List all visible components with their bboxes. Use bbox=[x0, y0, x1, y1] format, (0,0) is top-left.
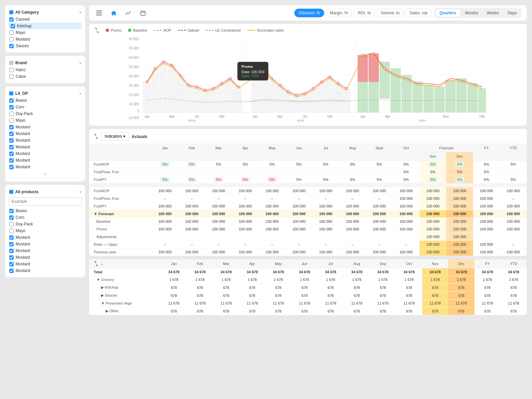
svg-text:20 000: 20 000 bbox=[129, 93, 139, 97]
cell: 678 bbox=[396, 307, 422, 315]
other-row-label: ▶ Other bbox=[89, 307, 161, 315]
cell: 100 000 bbox=[473, 202, 500, 210]
mustard2-l4gp-checkbox[interactable] bbox=[9, 132, 14, 136]
mustard5-prod-checkbox[interactable] bbox=[9, 262, 14, 266]
mustard2-prod-checkbox[interactable] bbox=[9, 242, 14, 246]
category-header[interactable]: All Category ▾ bbox=[9, 9, 82, 16]
sort-icon[interactable]: ▲ bbox=[100, 262, 104, 266]
allproducts-items-list: Beans Corn Doy-Pack Mayo Mustard Mustard… bbox=[9, 207, 82, 274]
brand-dot bbox=[9, 61, 13, 65]
tab-days[interactable]: Days bbox=[504, 9, 521, 17]
calendar-icon[interactable] bbox=[138, 8, 148, 18]
chart-legend: Promo Baseline AOP Upload LE Constrained bbox=[94, 28, 521, 33]
tab-quarters[interactable]: Quarters bbox=[435, 9, 461, 17]
mustard1-prod-checkbox[interactable] bbox=[9, 235, 14, 240]
mayo-l4gp-checkbox[interactable] bbox=[9, 118, 14, 123]
list-item: Sauces bbox=[9, 43, 82, 49]
forecast-table-scroll[interactable]: Jan Feb Mar Apr May Jun Jul Aug Sept Oct… bbox=[89, 144, 527, 256]
cell: 5% bbox=[473, 161, 500, 168]
mustard7-l4gp-checkbox[interactable] bbox=[9, 165, 14, 169]
l4gp-chevron[interactable]: ▾ bbox=[79, 92, 81, 95]
legend-expand[interactable] bbox=[94, 28, 99, 33]
cell: – bbox=[393, 241, 420, 248]
mustard4-prod-checkbox[interactable] bbox=[9, 255, 14, 260]
cell: – bbox=[312, 195, 339, 202]
beans-prod-checkbox[interactable] bbox=[9, 209, 14, 213]
svg-text:Okt: Okt bbox=[219, 115, 224, 118]
category-chevron[interactable]: ▾ bbox=[79, 11, 81, 14]
hainz-checkbox[interactable] bbox=[9, 68, 14, 72]
metric-tab-margin[interactable]: Margin, % bbox=[326, 9, 352, 17]
list-item: Mustard bbox=[9, 124, 82, 130]
svg-point-65 bbox=[154, 67, 156, 69]
legend-secondary: Secondary sales bbox=[247, 28, 284, 32]
legend-promo: Promo bbox=[106, 28, 121, 32]
cell: 678 bbox=[422, 292, 449, 300]
mustard6-l4gp-checkbox[interactable] bbox=[9, 158, 14, 163]
tab-weeks[interactable]: Weeks bbox=[483, 9, 503, 17]
forecast-table-section: Indicators ▾ Actuals Jan Feb Mar Apr May bbox=[89, 129, 527, 256]
svg-rect-28 bbox=[160, 62, 167, 112]
mustard3-prod-checkbox[interactable] bbox=[9, 249, 14, 253]
list-item: Mayo bbox=[9, 227, 82, 234]
cell: 678 bbox=[213, 307, 239, 315]
doypack-l4gp-checkbox[interactable] bbox=[9, 112, 14, 116]
home-icon[interactable] bbox=[109, 8, 118, 18]
ketchup-checkbox[interactable] bbox=[11, 24, 15, 28]
col-nov: Nov bbox=[420, 152, 447, 161]
cell: 678 bbox=[292, 307, 318, 315]
menu-icon[interactable] bbox=[94, 8, 104, 18]
expand-icon[interactable] bbox=[94, 134, 98, 139]
legend-aop-label: AOP bbox=[164, 28, 171, 32]
products-search-input[interactable] bbox=[9, 198, 82, 205]
beans-l4gp-checkbox[interactable] bbox=[9, 98, 14, 103]
metric-tab-sales[interactable]: Sales, rub bbox=[405, 9, 432, 17]
cell: 5% bbox=[267, 177, 277, 182]
cell: 678 bbox=[265, 284, 292, 292]
allproducts-chevron[interactable]: ▾ bbox=[79, 190, 81, 194]
metric-tab-discount[interactable]: Discount, % bbox=[294, 9, 324, 17]
table-row: ▶ Other 678678678678678678678678678678 6… bbox=[89, 307, 527, 315]
cell bbox=[259, 168, 286, 176]
mustard-checkbox[interactable] bbox=[9, 37, 14, 42]
svg-rect-59 bbox=[435, 87, 445, 112]
metric-tab-volume[interactable]: Volume, tn bbox=[376, 9, 404, 17]
adjustments-label: Adjustments bbox=[89, 233, 152, 241]
expand2-icon[interactable] bbox=[94, 261, 98, 266]
mustard3-l4gp-checkbox[interactable] bbox=[9, 138, 14, 143]
mustard1-l4gp-checkbox[interactable] bbox=[9, 125, 14, 129]
indicators-button[interactable]: Indicators ▾ bbox=[101, 132, 129, 140]
mayo-checkbox[interactable] bbox=[9, 31, 14, 35]
brand-header[interactable]: Brand ▾ bbox=[9, 59, 82, 66]
chart-icon[interactable] bbox=[124, 8, 133, 18]
allproducts-header[interactable]: All products ▾ bbox=[9, 188, 82, 196]
calve-checkbox[interactable] bbox=[9, 74, 14, 79]
chart-section: Promo Baseline AOP Upload LE Constrained bbox=[89, 24, 527, 126]
fcstpy-label: Fcst/PY bbox=[89, 176, 152, 184]
corn-l4gp-checkbox[interactable] bbox=[9, 105, 14, 109]
cell: 100 000 bbox=[339, 248, 366, 256]
list-item: Canned bbox=[9, 16, 82, 23]
tab-months[interactable]: Months bbox=[461, 9, 482, 17]
l4gp-header[interactable]: L4_GP ▾ bbox=[9, 90, 82, 97]
corn-prod-checkbox[interactable] bbox=[9, 215, 14, 220]
mustard5-l4gp-checkbox[interactable] bbox=[9, 152, 14, 156]
list-item: Mustard bbox=[9, 157, 82, 164]
mustard4-l4gp-checkbox[interactable] bbox=[9, 145, 14, 149]
bottom-table-section: ▲ Jan Feb Mar Apr May Jun Jul Aug Sep bbox=[89, 259, 527, 315]
mustard6-prod-checkbox[interactable] bbox=[9, 269, 14, 273]
list-item: Mustard bbox=[9, 267, 82, 274]
sauces-checkbox[interactable] bbox=[9, 44, 14, 48]
mayo-prod-checkbox[interactable] bbox=[9, 229, 14, 233]
cell: 678 bbox=[239, 284, 265, 292]
doypack-prod-checkbox[interactable] bbox=[9, 222, 14, 226]
brand-chevron[interactable]: ▾ bbox=[79, 61, 81, 65]
metric-tab-roi[interactable]: ROI, % bbox=[353, 9, 375, 17]
canned-checkbox[interactable] bbox=[9, 17, 14, 22]
table-row: Promo 100 000100 000100 000100 000100 00… bbox=[89, 225, 527, 233]
bottom-table-scroll[interactable]: ▲ Jan Feb Mar Apr May Jun Jul Aug Sep bbox=[89, 259, 527, 315]
ketchup-label: Ketchup bbox=[17, 24, 32, 28]
svg-point-81 bbox=[296, 94, 298, 96]
cell: 5% bbox=[214, 177, 223, 182]
svg-rect-35 bbox=[218, 83, 225, 112]
